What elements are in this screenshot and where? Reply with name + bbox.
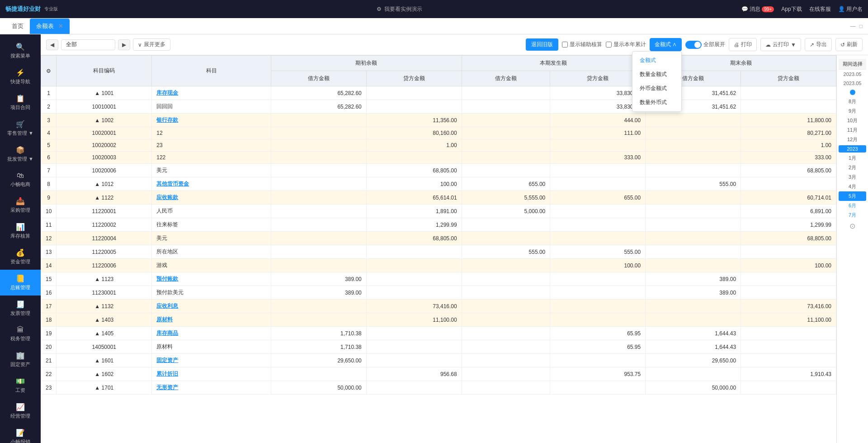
row-subject[interactable]: 原材料 — [152, 313, 271, 327]
print-btn[interactable]: 🖨 打印 — [729, 38, 757, 51]
period-month-5[interactable]: 5月 — [839, 191, 866, 201]
tab-balance[interactable]: 余额表 ✕ — [30, 19, 70, 34]
row-no: 10 — [41, 205, 57, 218]
row-open-credit — [366, 381, 462, 395]
show-sub-calc-checkbox[interactable] — [562, 42, 568, 48]
row-subject[interactable]: 无形资产 — [152, 381, 271, 395]
nav-next-btn[interactable]: ▶ — [118, 39, 130, 50]
period-month-6[interactable]: 6月 — [839, 201, 866, 210]
expand-more-btn[interactable]: ∨ 展开更多 — [133, 38, 170, 51]
tab-home[interactable]: 首页 — [5, 19, 30, 34]
row-open-credit — [366, 86, 462, 100]
period-month-8[interactable]: 8月 — [839, 97, 866, 106]
sidebar-item-wholesale[interactable]: 📦 批发管理 ▼ — [0, 141, 41, 167]
period-month-3[interactable]: 3月 — [839, 172, 866, 182]
row-subject[interactable]: 应收利息 — [152, 300, 271, 313]
row-subject[interactable]: 往来标签 — [152, 218, 271, 232]
show-year-total-label[interactable]: 显示本年累计 — [606, 41, 646, 48]
row-subject[interactable]: 银行存款 — [152, 114, 271, 127]
period-month-2[interactable]: 2月 — [839, 163, 866, 172]
period-month-7[interactable]: 7月 — [839, 210, 866, 220]
row-subject[interactable]: 预付款美元 — [152, 286, 271, 300]
period-month-11[interactable]: 11月 — [839, 125, 866, 135]
row-subject[interactable]: 12 — [152, 127, 271, 139]
row-subject[interactable]: 应收账款 — [152, 191, 271, 205]
open-debit-header: 借方金额 — [271, 71, 366, 86]
sidebar-item-tax[interactable]: 🏛 税务管理 — [0, 321, 41, 347]
sidebar-item-operations[interactable]: 📈 经营管理 — [0, 398, 41, 424]
row-subject[interactable]: 库存商品 — [152, 327, 271, 340]
sidebar-item-finance[interactable]: 💰 资金管理 — [0, 244, 41, 270]
export-btn[interactable]: ↗ 导出 — [805, 38, 832, 51]
row-no: 17 — [41, 300, 57, 313]
search-input[interactable] — [61, 39, 115, 50]
user-avatar[interactable]: 👤 用户名 — [838, 5, 863, 13]
nav-prev-btn[interactable]: ◀ — [46, 39, 58, 50]
sidebar-item-purchase[interactable]: 📥 采购管理 — [0, 192, 41, 218]
all-expand-toggle[interactable] — [685, 41, 702, 49]
assets-icon: 🏢 — [16, 351, 25, 360]
row-subject[interactable]: 23 — [152, 139, 271, 152]
row-cur-credit — [550, 205, 646, 218]
show-year-total-checkbox[interactable] — [606, 42, 612, 48]
period-month-4[interactable]: 4月 — [839, 182, 866, 191]
amount-style-btn[interactable]: 金额式 ∧ — [650, 38, 682, 51]
row-subject[interactable]: 美元 — [152, 164, 271, 177]
row-subject[interactable]: 固定资产 — [152, 354, 271, 367]
message-btn[interactable]: 💬 消息 99+ — [741, 5, 774, 13]
table-row: 20 14050001 原材料 1,710.38 65.95 1,644.43 — [41, 340, 836, 354]
period-month-12[interactable]: 12月 — [839, 135, 866, 144]
row-subject[interactable]: 所在地区 — [152, 245, 271, 259]
row-cur-credit — [550, 272, 646, 286]
toolbar-right: 退回旧版 显示辅助核算 显示本年累计 金额式 ∧ 金额式 数量金额式 — [526, 38, 863, 51]
all-expand-toggle-label[interactable]: 全部展开 — [685, 41, 725, 49]
sidebar-item-invoice[interactable]: 🧾 发票管理 — [0, 295, 41, 321]
row-subject[interactable]: 原材料 — [152, 340, 271, 354]
row-subject[interactable]: 美元 — [152, 232, 271, 245]
sidebar-item-retail[interactable]: 🛒 零售管理 ▼ — [0, 115, 41, 141]
sidebar-item-ledger[interactable]: 📒 总账管理 — [0, 270, 41, 295]
sidebar-item-assets[interactable]: 🏢 固定资产 — [0, 347, 41, 372]
right-panel: 期间选择 2023.05 2023.05 8月 9月 10月 11月 12月 2… — [836, 55, 868, 443]
sidebar-item-inventory[interactable]: 📊 库存核算 — [0, 218, 41, 244]
period-month-1[interactable]: 1月 — [839, 153, 866, 163]
sidebar-item-search[interactable]: 🔍 搜索菜单 — [0, 38, 41, 64]
dropdown-item-foreign-amount[interactable]: 外币金额式 — [632, 81, 681, 95]
collapse-up-btn[interactable] — [850, 90, 855, 95]
row-subject[interactable]: 其他货币资金 — [152, 177, 271, 191]
tab-maximize-icon[interactable]: □ — [859, 23, 863, 29]
row-subject[interactable]: 预付账款 — [152, 272, 271, 286]
sidebar-item-quicknav[interactable]: ⚡ 快捷导航 — [0, 64, 41, 90]
row-subject[interactable]: 回回回 — [152, 100, 271, 114]
row-subject[interactable]: 122 — [152, 152, 271, 164]
online-support-btn[interactable]: 在线客服 — [809, 5, 831, 13]
dropdown-item-qty-foreign[interactable]: 数量外币式 — [632, 95, 681, 110]
row-code: ▲ 1602 — [57, 367, 152, 381]
tab-close-icon[interactable]: ✕ — [58, 23, 63, 29]
row-subject[interactable]: 游戏 — [152, 259, 271, 272]
tab-minimize-icon[interactable]: — — [850, 23, 856, 29]
row-subject[interactable]: 人民币 — [152, 205, 271, 218]
dropdown-item-amount[interactable]: 金额式 — [632, 53, 681, 67]
period-month-9[interactable]: 9月 — [839, 106, 866, 116]
sidebar-item-ecommerce[interactable]: 🛍 小畅电商 — [0, 167, 41, 192]
settings-col-header[interactable]: ⚙ — [41, 56, 57, 86]
table-row: 2 10010001 回回回 65,282.60 33,830.98 31,45… — [41, 100, 836, 114]
cloud-print-btn[interactable]: ☁ 云打印 ▼ — [760, 38, 801, 51]
row-subject[interactable]: 库存现金 — [152, 86, 271, 100]
sidebar-item-expense[interactable]: 📝 小畅报销 — [0, 424, 41, 443]
sidebar-item-project[interactable]: 📋 项目合同 — [0, 90, 41, 115]
period-month-10[interactable]: 10月 — [839, 116, 866, 125]
row-subject[interactable]: 累计折旧 — [152, 367, 271, 381]
table-row: 16 11230001 预付款美元 389.00 389.00 — [41, 286, 836, 300]
settings-icon[interactable]: ⚙ — [377, 6, 382, 12]
refresh-btn[interactable]: ↺ 刷新 — [835, 38, 863, 51]
app-download-btn[interactable]: App下载 — [781, 5, 802, 13]
show-sub-calc-label[interactable]: 显示辅助核算 — [562, 41, 602, 48]
collapse-down-btn[interactable]: ⊙ — [839, 222, 866, 230]
row-close-credit: 333.00 — [741, 152, 836, 164]
dropdown-item-qty-amount[interactable]: 数量金额式 — [632, 67, 681, 81]
back-old-btn[interactable]: 退回旧版 — [526, 38, 558, 51]
sidebar-item-salary[interactable]: 💵 工资 — [0, 372, 41, 398]
demo-link[interactable]: 我要看实例演示 — [384, 5, 422, 13]
